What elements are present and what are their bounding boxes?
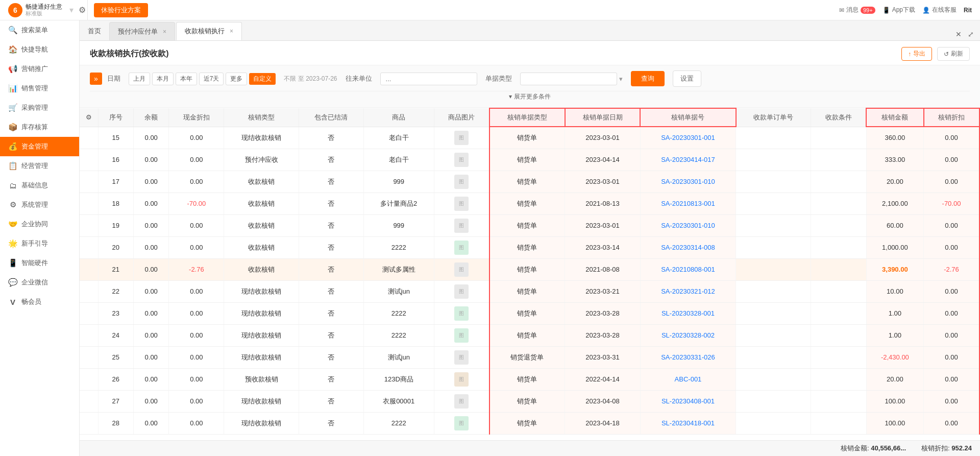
date-last-month-btn[interactable]: 上月 [129, 73, 150, 85]
table-cell: -2,430.00 [866, 346, 923, 368]
table-cell: 0.00 [924, 346, 980, 368]
table-cell[interactable]: SA-20230331-026 [640, 346, 736, 368]
table-cell[interactable]: SL-20230328-002 [640, 324, 736, 346]
query-button[interactable]: 查询 [631, 71, 665, 86]
date-custom-btn[interactable]: 自定义 [249, 73, 276, 85]
table-cell[interactable]: SA-20230321-012 [640, 280, 736, 302]
voucher-no-link[interactable]: SA-20230331-026 [661, 353, 715, 361]
table-cell[interactable]: SL-20230408-001 [640, 390, 736, 412]
table-cell: 0.00 [924, 390, 980, 412]
partner-input[interactable] [380, 73, 477, 85]
export-button[interactable]: ↑ 导出 [901, 47, 932, 61]
table-cell: 否 [299, 258, 363, 280]
sidebar-item-inventory[interactable]: 📦 库存核算 [0, 117, 79, 137]
tab-home[interactable]: 首页 [80, 22, 109, 40]
settings-button[interactable]: 设置 [673, 70, 701, 87]
voucher-no-link[interactable]: SA-20230301-001 [661, 134, 715, 141]
filter-expand-toggle[interactable]: » [90, 73, 102, 85]
tab-receipt-verify[interactable]: 收款核销执行 × [176, 22, 242, 40]
table-wrapper[interactable]: ⚙ 序号 余额 现金折扣 核销类型 包含已结清 商品 商品图片 核销单据类型 核… [80, 108, 980, 440]
table-cell[interactable]: SA-20230301-010 [640, 214, 736, 236]
tab-prepayment[interactable]: 预付冲应付单 × [109, 22, 175, 40]
table-cell [811, 193, 867, 214]
voucher-no-link[interactable]: SA-20230301-010 [661, 222, 715, 229]
sidebar-item-system[interactable]: ⚙ 系统管理 [0, 195, 79, 214]
product-image: 图 [454, 284, 469, 299]
table-cell[interactable]: SA-20230301-001 [640, 127, 736, 149]
sidebar-item-operations[interactable]: 📋 经营管理 [0, 156, 79, 176]
guide-icon: 🌟 [8, 239, 17, 248]
table-cell[interactable]: SA-20230314-008 [640, 236, 736, 258]
industry-solution-button[interactable]: 休验行业方案 [94, 3, 148, 17]
table-cell: 3,390.00 [866, 258, 923, 280]
table-cell[interactable]: SA-20230301-010 [640, 171, 736, 193]
sidebar-item-basic-info[interactable]: 🗂 基础信息 [0, 176, 79, 195]
table-cell [811, 280, 867, 302]
user-profile-button[interactable]: Rit [964, 7, 972, 14]
date-7days-btn[interactable]: 近7天 [199, 73, 224, 85]
table-row: 260.000.00预收款核销否123D商品图销货单2022-04-14ABC-… [80, 368, 979, 390]
table-cell: 0.00 [169, 149, 224, 171]
data-table: ⚙ 序号 余额 现金折扣 核销类型 包含已结清 商品 商品图片 核销单据类型 核… [80, 108, 980, 435]
table-cell[interactable]: SA-20230414-017 [640, 149, 736, 171]
sidebar-item-wechat[interactable]: 💬 企业微信 [0, 273, 79, 292]
table-cell: 0.00 [133, 193, 168, 214]
table-cell[interactable]: ABC-001 [640, 368, 736, 390]
table-cell[interactable]: SA-20210813-001 [640, 193, 736, 214]
tab-expand-button[interactable]: ⤢ [966, 28, 976, 40]
sidebar-item-search[interactable]: 🔍 搜索菜单 [0, 20, 79, 40]
voucher-no-link[interactable]: SA-20230321-012 [661, 287, 715, 295]
table-cell: 图 [434, 236, 489, 258]
hardware-icon: 📱 [8, 258, 17, 268]
sidebar-item-guide[interactable]: 🌟 新手引导 [0, 234, 79, 253]
voucher-no-link[interactable]: SA-20210813-001 [661, 200, 715, 207]
date-more-btn[interactable]: 更多 [226, 73, 247, 85]
sidebar-item-hardware[interactable]: 📱 智能硬件 [0, 253, 79, 273]
messages-button[interactable]: ✉ 消息 99+ [839, 6, 875, 14]
voucher-no-link[interactable]: SA-20230414-017 [661, 156, 715, 163]
row-settings [80, 368, 98, 390]
voucher-no-link[interactable]: SL-20230328-002 [662, 331, 715, 339]
table-cell [736, 214, 811, 236]
table-row: 190.000.00收款核销否999图销货单2023-03-01SA-20230… [80, 214, 979, 236]
date-this-month-btn[interactable]: 本月 [152, 73, 174, 85]
sidebar-item-purchase[interactable]: 🛒 采购管理 [0, 98, 79, 117]
voucher-no-link[interactable]: SA-20210808-001 [661, 266, 715, 273]
sidebar-item-marketing[interactable]: 📢 营销推广 [0, 59, 79, 79]
table-cell [736, 236, 811, 258]
voucher-no-link[interactable]: SL-20230408-001 [662, 397, 715, 405]
refresh-button[interactable]: ↺ 刷新 [937, 47, 970, 61]
expand-more-conditions[interactable]: ▾ 展开更多条件 [90, 91, 970, 102]
sidebar-item-sales[interactable]: 📊 销售管理 [0, 79, 79, 98]
table-cell: 18 [98, 193, 133, 214]
app-download-button[interactable]: 📱 App下载 [883, 6, 915, 14]
sidebar-item-member[interactable]: V 畅会员 [0, 292, 79, 311]
row-settings [80, 214, 98, 236]
voucher-no-link[interactable]: SL-20230328-001 [662, 309, 715, 317]
system-icon: ⚙ [8, 200, 17, 209]
date-this-year-btn[interactable]: 本年 [176, 73, 197, 85]
table-cell: 0.00 [169, 236, 224, 258]
online-service-button[interactable]: 👤 在线客服 [922, 6, 957, 14]
table-cell[interactable]: SA-20210808-001 [640, 258, 736, 280]
settings-icon[interactable]: ⚙ [79, 5, 86, 15]
voucher-no-link[interactable]: SA-20230301-010 [661, 178, 715, 185]
voucher-no-link[interactable]: ABC-001 [675, 375, 702, 383]
dropdown-arrow-icon[interactable]: ▾ [69, 5, 74, 15]
th-settings[interactable]: ⚙ [80, 108, 98, 127]
table-cell[interactable]: SL-20230418-001 [640, 412, 736, 434]
voucher-no-link[interactable]: SA-20230314-008 [661, 244, 715, 251]
sidebar-item-enterprise[interactable]: 🤝 企业协同 [0, 214, 79, 234]
product-image: 图 [454, 219, 469, 233]
tab-receipt-verify-close[interactable]: × [230, 28, 233, 35]
inventory-icon: 📦 [8, 123, 17, 132]
sidebar-item-quick-nav[interactable]: 🏠 快捷导航 [0, 40, 79, 59]
table-cell[interactable]: SL-20230328-001 [640, 302, 736, 324]
voucher-type-select[interactable] [520, 73, 617, 85]
sidebar-item-finance[interactable]: 💰 资金管理 [0, 137, 79, 156]
date-range-display: 不限 至 2023-07-26 [284, 75, 337, 83]
tab-prepayment-close[interactable]: × [163, 28, 166, 35]
table-cell [811, 324, 867, 346]
voucher-no-link[interactable]: SL-20230418-001 [662, 419, 715, 427]
tab-close-all-button[interactable]: ✕ [953, 28, 964, 40]
